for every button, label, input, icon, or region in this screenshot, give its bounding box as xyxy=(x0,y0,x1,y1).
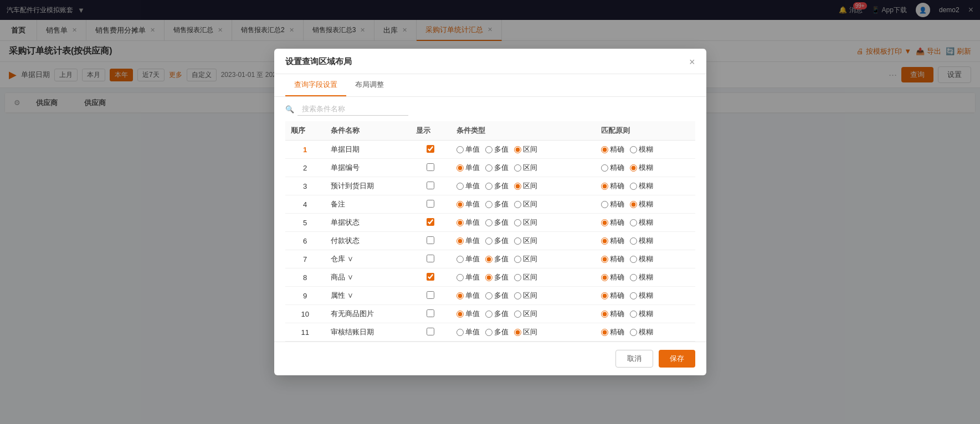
modal-title: 设置查询区域布局 xyxy=(285,56,352,67)
modal-header: 设置查询区域布局 × xyxy=(274,49,706,74)
modal-overlay: 设置查询区域布局 × 查询字段设置 布局调整 🔍 顺序 条件名称 xyxy=(0,0,980,118)
modal-close-button[interactable]: × xyxy=(689,57,695,67)
tab-query-fields-label: 查询字段设置 xyxy=(294,80,337,89)
modal-search-input[interactable] xyxy=(297,102,408,116)
settings-modal: 设置查询区域布局 × 查询字段设置 布局调整 🔍 顺序 条件名称 xyxy=(274,49,706,118)
modal-search-area: 🔍 xyxy=(274,97,706,118)
modal-tabs: 查询字段设置 布局调整 xyxy=(274,74,706,97)
modal-tab-layout[interactable]: 布局调整 xyxy=(346,74,393,96)
modal-search-icon: 🔍 xyxy=(285,105,294,113)
tab-layout-label: 布局调整 xyxy=(355,80,384,89)
modal-tab-query-fields[interactable]: 查询字段设置 xyxy=(285,74,346,96)
